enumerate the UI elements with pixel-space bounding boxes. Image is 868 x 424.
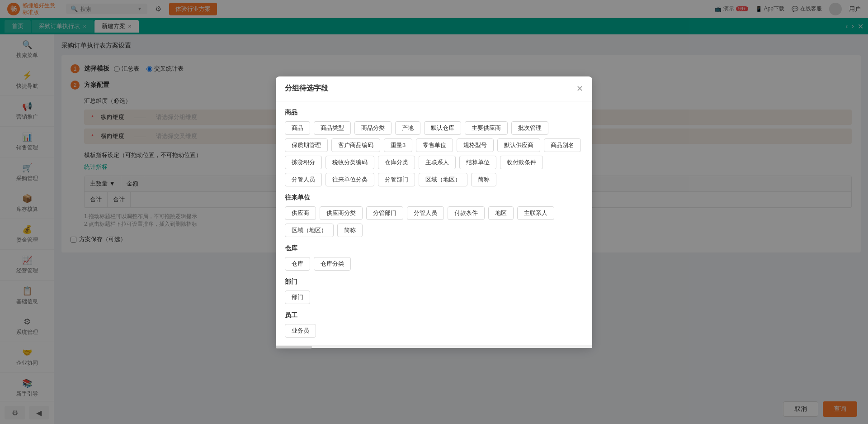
section-product-title: 商品 xyxy=(285,109,583,117)
field-tag[interactable]: 往来单位分类 xyxy=(326,173,374,186)
field-tag[interactable]: 商品别名 xyxy=(544,138,581,152)
field-tag[interactable]: 税收分类编码 xyxy=(326,156,374,169)
field-tag[interactable]: 保质期管理 xyxy=(285,138,328,152)
field-tag[interactable]: 仓库 xyxy=(285,257,310,271)
section-dept: 部门 部门 xyxy=(285,278,583,304)
warehouse-fields: 仓库 仓库分类 xyxy=(285,257,583,271)
field-tag[interactable]: 业务员 xyxy=(285,324,316,338)
section-partner: 往来单位 供应商 供应商分类 分管部门 分管人员 付款条件 地区 主联系人 区域… xyxy=(285,194,583,237)
field-tag[interactable]: 结算单位 xyxy=(459,156,496,169)
field-tag[interactable]: 收付款条件 xyxy=(500,156,543,169)
field-tag[interactable]: 零售单位 xyxy=(416,138,453,152)
field-tag[interactable]: 区域（地区） xyxy=(419,173,467,186)
field-tag[interactable]: 分管人员 xyxy=(285,173,322,186)
field-tag[interactable]: 商品类型 xyxy=(314,121,351,135)
field-tag[interactable]: 付款条件 xyxy=(448,206,485,220)
scrollbar-thumb xyxy=(276,346,312,348)
field-tag[interactable]: 地区 xyxy=(488,206,514,220)
section-dept-title: 部门 xyxy=(285,278,583,286)
modal-body: 商品 商品 商品类型 商品分类 产地 默认仓库 主要供应商 批次管理 保质期管理… xyxy=(276,101,592,345)
field-tag[interactable]: 供应商 xyxy=(285,206,316,220)
field-tag[interactable]: 主联系人 xyxy=(517,206,554,220)
modal-close-button[interactable]: ✕ xyxy=(576,84,583,94)
field-tag[interactable]: 仓库分类 xyxy=(314,257,351,271)
field-tag[interactable]: 客户商品编码 xyxy=(331,138,380,152)
field-tag[interactable]: 简称 xyxy=(471,173,496,186)
field-tag[interactable]: 默认仓库 xyxy=(424,121,461,135)
field-tag[interactable]: 拣货积分 xyxy=(285,156,322,169)
modal-overlay: 分组待选字段 ✕ 商品 商品 商品类型 商品分类 产地 默认仓库 主要供应商 批… xyxy=(0,0,868,424)
field-tag[interactable]: 主联系人 xyxy=(419,156,456,169)
field-tag[interactable]: 商品分类 xyxy=(354,121,392,135)
field-tag[interactable]: 部门 xyxy=(285,291,310,304)
section-staff: 员工 业务员 xyxy=(285,311,583,338)
modal-title: 分组待选字段 xyxy=(285,84,328,93)
section-staff-title: 员工 xyxy=(285,311,583,319)
field-tag[interactable]: 产地 xyxy=(395,121,420,135)
partner-fields: 供应商 供应商分类 分管部门 分管人员 付款条件 地区 主联系人 区域（地区） … xyxy=(285,206,583,237)
field-tag[interactable]: 分管部门 xyxy=(378,173,415,186)
section-product: 商品 商品 商品类型 商品分类 产地 默认仓库 主要供应商 批次管理 保质期管理… xyxy=(285,109,583,186)
field-tag[interactable]: 商品 xyxy=(285,121,310,135)
field-tag[interactable]: 分管部门 xyxy=(366,206,403,220)
field-tag[interactable]: 默认供应商 xyxy=(497,138,540,152)
field-tag[interactable]: 主要供应商 xyxy=(465,121,508,135)
section-warehouse: 仓库 仓库 仓库分类 xyxy=(285,244,583,271)
section-partner-title: 往来单位 xyxy=(285,194,583,202)
staff-fields: 业务员 xyxy=(285,324,583,338)
field-tag[interactable]: 规格型号 xyxy=(457,138,494,152)
product-fields: 商品 商品类型 商品分类 产地 默认仓库 主要供应商 批次管理 保质期管理 客户… xyxy=(285,121,583,186)
field-tag[interactable]: 简称 xyxy=(337,224,363,237)
field-tag[interactable]: 分管人员 xyxy=(407,206,444,220)
modal: 分组待选字段 ✕ 商品 商品 商品类型 商品分类 产地 默认仓库 主要供应商 批… xyxy=(276,76,592,348)
dept-fields: 部门 xyxy=(285,291,583,304)
section-warehouse-title: 仓库 xyxy=(285,244,583,252)
modal-header: 分组待选字段 ✕ xyxy=(276,76,592,101)
field-tag[interactable]: 批次管理 xyxy=(511,121,548,135)
field-tag[interactable]: 供应商分类 xyxy=(320,206,363,220)
field-tag[interactable]: 重量3 xyxy=(384,138,412,152)
field-tag[interactable]: 仓库分类 xyxy=(378,156,415,169)
field-tag[interactable]: 区域（地区） xyxy=(285,224,334,237)
modal-horizontal-scrollbar[interactable] xyxy=(276,345,592,348)
